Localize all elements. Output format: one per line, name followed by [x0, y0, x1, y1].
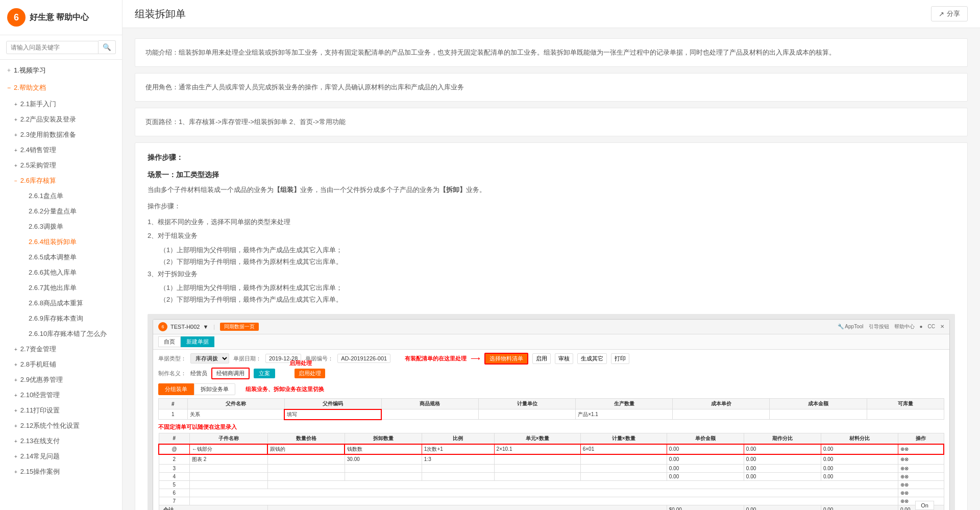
share-button[interactable]: ↗ 分享	[931, 6, 968, 21]
app-name: 好生意 帮助中心	[30, 12, 89, 23]
sidebar-item-211[interactable]: +2.11打印设置	[0, 403, 122, 418]
th-parent-code: 父件编码	[284, 398, 381, 409]
ss-type-select[interactable]: 库存调拨 组装拆卸	[190, 353, 229, 363]
search-button[interactable]: 🔍	[99, 40, 116, 54]
sidebar-item-24[interactable]: +2.4销售管理	[0, 142, 122, 158]
sidebar-item-22[interactable]: +2.2产品安装及登录	[0, 112, 122, 127]
sidebar-item-267[interactable]: 2.6.7其他出库单	[7, 280, 122, 296]
nav-sub-docs: +2.1新手入门 +2.2产品安装及登录 +2.3使用前数据准备 +2.4销售管…	[0, 96, 122, 479]
step2-title: 2、对于组装业务	[148, 230, 955, 241]
sidebar-item-26[interactable]: −2.6库存核算	[0, 173, 122, 188]
ss-tabs: 自页 新建单据	[158, 336, 214, 347]
ss-logo: 6	[158, 322, 167, 331]
nav-section: + 1.视频学习 − 2.帮助文档 +2.1新手入门 +2.2产品安装及登录 +…	[0, 60, 122, 481]
sidebar-item-264[interactable]: 2.6.4组装拆卸单	[7, 234, 122, 250]
ss-arrow-bom: ⟶	[471, 355, 480, 362]
function-intro-block: 功能介绍：组装拆卸单用来处理企业组装或拆卸等加工业务，支持有固定装配清单的产品加…	[135, 38, 968, 67]
ss-tab-disassemble[interactable]: 拆卸业务单	[194, 383, 235, 395]
content-doc: 操作步骤： 场景一：加工类型选择 当由多个子件材料组装成一个成品的业务为【组装】…	[135, 142, 968, 510]
sidebar-item-262[interactable]: 2.6.2分量盘点单	[7, 204, 122, 219]
path-intro-block: 页面路径：1、库存核算->库存管理->组装拆卸单 2、首页->常用功能	[135, 108, 968, 136]
ss-generate-btn[interactable]: 生成其它	[577, 353, 607, 364]
ss-tab-new[interactable]: 新建单据	[181, 336, 214, 347]
sidebar-item-docs[interactable]: − 2.帮助文档	[0, 79, 122, 96]
ss-review-btn[interactable]: 审核	[555, 353, 573, 364]
role-intro-block: 使用角色：通常由生产人员或库管人员完成拆装业务的操作，库管人员确认原材料的出库和…	[135, 73, 968, 102]
sidebar-item-212[interactable]: +2.12系统个性化设置	[0, 418, 122, 433]
td-code: 填写	[284, 409, 381, 420]
sidebar-item-25[interactable]: +2.5采购管理	[0, 158, 122, 173]
step3-sub1: （1）上部明细为父件明细，最终作为原材料生成其它出库单；	[148, 282, 955, 294]
sidebar-item-video[interactable]: + 1.视频学习	[0, 62, 122, 79]
td-camt	[770, 409, 867, 420]
search-input[interactable]	[6, 41, 99, 54]
ss-help-center: 帮助中心	[894, 323, 915, 330]
ss-lower-row7: 7 ⊕⊗	[159, 497, 944, 505]
sidebar-item-265[interactable]: 2.6.5成本调整单	[7, 250, 122, 265]
ss-lower-table: # 子件名称 数量价格 拆卸数量 比例 单元×数量 计量×数量 单价金额 期作分	[158, 433, 944, 510]
td-cprice	[673, 409, 770, 420]
ss-person-input[interactable]: 经销商调用	[211, 368, 250, 379]
ss-header-right: 🔧 AppTool 引导按钮 帮助中心 ● CC ✕	[838, 323, 944, 330]
ss-save-btn[interactable]: 立案	[254, 369, 275, 378]
function-intro-text: 功能介绍：组装拆卸单用来处理企业组装或拆卸等加工业务，支持有固定装配清单的产品加…	[145, 48, 836, 56]
ss-close-icon: ✕	[940, 324, 944, 329]
step1: 1、根据不同的业务，选择不同单据的类型来处理	[148, 216, 955, 228]
ss-sync-btn[interactable]: 同期数据一页	[220, 323, 259, 331]
sidebar-item-27[interactable]: +2.7资金管理	[0, 342, 122, 357]
sidebar-item-268[interactable]: 2.6.8商品成本重算	[7, 296, 122, 311]
sidebar-item-21[interactable]: +2.1新手入门	[0, 96, 122, 112]
ss-batch-ann: 启用处理	[289, 359, 312, 367]
sidebar-item-215[interactable]: +2.15操作案例	[0, 464, 122, 479]
ss-footer-row: 合计 $0.00 0.00 0.00 0.00	[159, 505, 944, 510]
ss-lower-row1: @ ←钱部分 跟钱的 钱数数 1次数+1 2×10.1 6×01 0.00 0.	[159, 444, 944, 454]
share-icon: ↗	[939, 10, 944, 18]
th-num: #	[159, 398, 188, 409]
page-title: 组装拆卸单	[135, 7, 186, 21]
sidebar-item-29[interactable]: +2.9优惠券管理	[0, 372, 122, 387]
th-cost-amt: 成本金额	[770, 398, 867, 409]
path-intro-text: 页面路径：1、库存核算->库存管理->组装拆卸单 2、首页->常用功能	[145, 118, 346, 126]
ss-bom-btn[interactable]: 选择物料清单	[484, 353, 528, 365]
ss-form-sub: 制作名义： 经营员 经销商调用 立案 启用处理 启用处理	[158, 368, 944, 379]
ss-type-label: 单据类型：	[158, 355, 186, 362]
ss-tab-home[interactable]: 自页	[158, 336, 181, 347]
sidebar-item-266[interactable]: 2.6.6其他入库单	[7, 265, 122, 280]
sidebar-item-28[interactable]: +2.8手机旺铺	[0, 357, 122, 372]
minus-icon: −	[7, 84, 11, 91]
sidebar-item-263[interactable]: 2.6.3调拨单	[7, 219, 122, 234]
sidebar-item-2610[interactable]: 2.6.10库存账本错了怎么办	[7, 326, 122, 342]
sidebar-item-23[interactable]: +2.3使用前数据准备	[0, 127, 122, 142]
ss-tab-annotation: 组装业务、拆卸业务在这里切换	[246, 385, 324, 393]
ss-tab-assemble[interactable]: 分组装单	[158, 383, 194, 395]
ss-lower-row2: 2 图表 2 30.00 1:3 0.00 0.00	[159, 454, 944, 465]
th-spec: 商品规格	[381, 398, 478, 409]
td-unit	[478, 409, 575, 420]
th-cost-price: 成本单价	[673, 398, 770, 409]
step2-sub2: （2）下部明细为子件明细，最终作为原材料生成其它出库单。	[148, 256, 955, 268]
sidebar-item-210[interactable]: +2.10经营管理	[0, 387, 122, 403]
top-bar: 组装拆卸单 ↗ 分享	[122, 0, 980, 28]
search-bar: 🔍	[0, 35, 122, 60]
ss-app-tool: 🔧 AppTool	[838, 324, 863, 329]
th-parent-name: 父件名称	[187, 398, 284, 409]
ss-date-label: 单据日期：	[233, 355, 261, 362]
ss-batch-btn[interactable]: 启用处理	[295, 369, 325, 378]
ss-ann-bom: 有装配清单的在这里处理	[405, 355, 467, 362]
ss-enable-btn[interactable]: 启用	[532, 353, 551, 364]
sidebar-item-261[interactable]: 2.6.1盘点单	[7, 188, 122, 204]
sidebar-item-214[interactable]: +2.14常见问题	[0, 449, 122, 464]
sidebar-item-213[interactable]: +2.13在线支付	[0, 433, 122, 449]
step3-title: 3、对于拆卸业务	[148, 268, 955, 280]
ss-titlebar: 6 TEST-H002 ▼ | 同期数据一页 🔧 AppTool 引导按钮 帮助…	[153, 320, 949, 334]
td-avail	[867, 409, 944, 420]
on-label: On	[915, 501, 934, 510]
sidebar-item-269[interactable]: 2.6.9库存账本查询	[7, 311, 122, 326]
screenshot-container: 6 TEST-H002 ▼ | 同期数据一页 🔧 AppTool 引导按钮 帮助…	[148, 314, 955, 510]
ss-lower-row3: 3 0.00 0.00 0.	[159, 464, 944, 472]
role-intro-text: 使用角色：通常由生产人员或库管人员完成拆装业务的操作，库管人员确认原材料的出库和…	[145, 83, 464, 91]
ss-print-btn[interactable]: 打印	[611, 353, 629, 364]
td-spec	[381, 409, 478, 420]
ss-person-label: 经营员	[190, 370, 207, 377]
logo-icon: 6	[7, 8, 26, 27]
